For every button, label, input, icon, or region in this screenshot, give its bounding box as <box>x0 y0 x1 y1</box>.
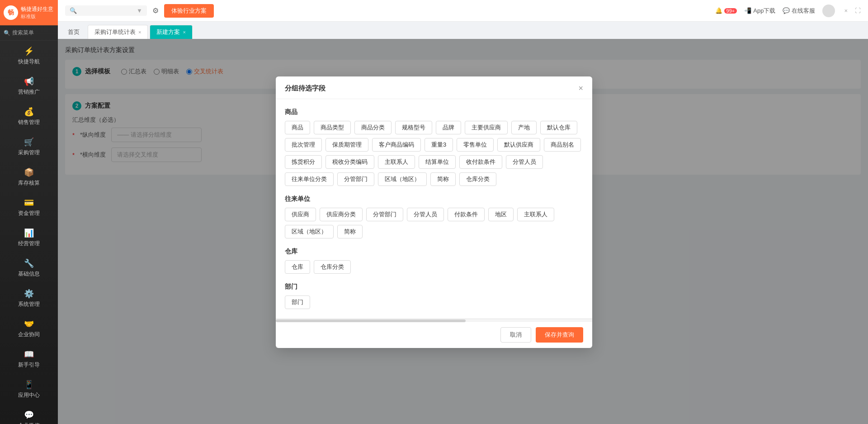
field-tag[interactable]: 供应商分类 <box>320 208 363 221</box>
field-section-department: 部门 部门 <box>285 283 583 309</box>
sidebar-item-guide[interactable]: 📖 新手引导 <box>0 344 58 374</box>
app-download-label: App下载 <box>753 7 775 15</box>
topbar-search-input[interactable] <box>80 7 134 14</box>
tabbar: 首页 采购订单统计表 × 新建方案 × <box>58 22 868 39</box>
field-tag[interactable]: 品牌 <box>436 121 461 134</box>
sidebar-item-label: 采购管理 <box>18 149 40 157</box>
field-tag[interactable]: 地区 <box>488 208 514 221</box>
search-label: 搜索菜单 <box>12 29 34 37</box>
warehouse-fields: 仓库 仓库分类 <box>285 260 583 274</box>
tab-purchase-stat[interactable]: 采购订单统计表 × <box>88 25 148 39</box>
field-tag[interactable]: 商品分类 <box>354 121 392 134</box>
sidebar-item-label: 营销推广 <box>18 88 40 96</box>
sidebar-item-system[interactable]: ⚙️ 系统管理 <box>0 283 58 314</box>
finance-icon: 💳 <box>24 198 34 208</box>
field-tag[interactable]: 供应商 <box>285 208 316 221</box>
field-tag[interactable]: 区域（地区） <box>378 172 427 186</box>
sidebar-item-label: 企业协同 <box>18 331 40 338</box>
field-tag[interactable]: 仓库 <box>285 260 310 274</box>
sidebar-item-label: 应用中心 <box>18 391 40 399</box>
topbar-close-icon[interactable]: × <box>844 7 848 14</box>
field-tag[interactable]: 区域（地区） <box>285 225 334 238</box>
sidebar-item-marketing[interactable]: 📢 营销推广 <box>0 71 58 101</box>
field-tag[interactable]: 商品类型 <box>314 121 351 134</box>
field-tag[interactable]: 仓库分类 <box>314 260 351 274</box>
tab-close-icon[interactable]: × <box>138 29 141 35</box>
field-tag[interactable]: 主要供应商 <box>465 121 508 134</box>
field-tag[interactable]: 产地 <box>511 121 537 134</box>
field-tag[interactable]: 重量3 <box>425 138 453 152</box>
field-tag[interactable]: 简称 <box>430 172 456 186</box>
tab-close-icon[interactable]: × <box>183 29 185 35</box>
field-tag[interactable]: 分管人员 <box>407 208 444 221</box>
field-tag[interactable]: 默认供应商 <box>497 138 540 152</box>
topbar-search-dropdown-icon[interactable]: ▼ <box>137 7 142 14</box>
sidebar-item-quick-nav[interactable]: ⚡ 快捷导航 <box>0 41 58 71</box>
modal-horizontal-scrollbar[interactable] <box>276 319 592 321</box>
tab-home[interactable]: 首页 <box>61 25 86 39</box>
modal-footer: 取消 保存并查询 <box>276 321 592 348</box>
experience-btn[interactable]: 体验行业方案 <box>164 4 214 18</box>
field-tag[interactable]: 税收分类编码 <box>326 155 374 169</box>
sidebar-item-label: 库存核算 <box>18 179 40 187</box>
sidebar-search[interactable]: 🔍 搜索菜单 <box>0 25 58 41</box>
notification-badge: 99+ <box>724 8 737 14</box>
modal-cancel-btn[interactable]: 取消 <box>500 327 531 343</box>
sidebar-item-purchase[interactable]: 🛒 采购管理 <box>0 132 58 162</box>
field-tag[interactable]: 默认仓库 <box>540 121 577 134</box>
partner-section-title: 往来单位 <box>285 195 583 203</box>
tab-label: 新建方案 <box>156 28 180 36</box>
wechat-icon: 💬 <box>24 410 34 420</box>
field-tag[interactable]: 批次管理 <box>285 138 322 152</box>
field-tag[interactable]: 付款条件 <box>448 208 485 221</box>
warehouse-section-title: 仓库 <box>285 248 583 256</box>
user-avatar[interactable] <box>822 5 835 17</box>
field-tag[interactable]: 分管部门 <box>337 172 374 186</box>
modal-title: 分组待选字段 <box>285 84 326 93</box>
modal-body: 商品 商品 商品类型 商品分类 规格型号 品牌 主要供应商 产地 默认仓库 批次… <box>276 99 592 319</box>
field-tag[interactable]: 部门 <box>285 295 310 309</box>
topbar: 🔍 ▼ ⚙ 体验行业方案 🔔 99+ 📲 App下载 💬 在线客服 × ⛶ <box>58 0 868 22</box>
field-tag[interactable]: 简称 <box>337 225 363 238</box>
field-tag[interactable]: 分管人员 <box>506 155 543 169</box>
field-tag[interactable]: 商品别名 <box>544 138 581 152</box>
field-tag[interactable]: 往来单位分类 <box>285 172 334 186</box>
field-tag[interactable]: 商品 <box>285 121 310 134</box>
field-tag[interactable]: 结算单位 <box>419 155 456 169</box>
modal-confirm-btn[interactable]: 保存并查询 <box>536 327 583 343</box>
field-tag[interactable]: 拣货积分 <box>285 155 322 169</box>
logo-text: 畅捷通好生意 标准版 <box>21 6 53 19</box>
field-tag[interactable]: 主联系人 <box>378 155 415 169</box>
field-tag[interactable]: 分管部门 <box>366 208 403 221</box>
topbar-expand-icon[interactable]: ⛶ <box>855 7 861 14</box>
modal-hscroll-thumb <box>276 319 466 322</box>
sidebar-logo: 畅 畅捷通好生意 标准版 <box>0 0 58 25</box>
sidebar-item-operation[interactable]: 📊 经营管理 <box>0 223 58 253</box>
sidebar-item-finance[interactable]: 💳 资金管理 <box>0 192 58 223</box>
topbar-gear-icon[interactable]: ⚙ <box>152 6 159 15</box>
notification-item[interactable]: 🔔 99+ <box>715 7 737 14</box>
sidebar-item-corp[interactable]: 🤝 企业协同 <box>0 314 58 344</box>
field-tag[interactable]: 零售单位 <box>457 138 494 152</box>
sidebar-item-sales[interactable]: 💰 销售管理 <box>0 101 58 132</box>
notification-icon: 🔔 <box>715 7 722 14</box>
field-tag[interactable]: 主联系人 <box>517 208 554 221</box>
modal-header: 分组待选字段 × <box>276 76 592 99</box>
topbar-search-box[interactable]: 🔍 ▼ <box>65 5 147 16</box>
tab-new-plan[interactable]: 新建方案 × <box>150 25 192 39</box>
field-tag[interactable]: 仓库分类 <box>459 172 496 186</box>
sidebar-item-wechat[interactable]: 💬 企业微信 <box>0 405 58 424</box>
field-tag[interactable]: 保质期管理 <box>326 138 368 152</box>
field-tag[interactable]: 规格型号 <box>395 121 432 134</box>
app-download-item[interactable]: 📲 App下载 <box>744 7 775 15</box>
online-service-item[interactable]: 💬 在线客服 <box>783 7 815 15</box>
sidebar-item-app[interactable]: 📱 应用中心 <box>0 374 58 405</box>
sidebar-item-basic[interactable]: 🔧 基础信息 <box>0 253 58 283</box>
system-icon: ⚙️ <box>24 289 34 299</box>
sidebar-item-inventory[interactable]: 📦 库存核算 <box>0 162 58 192</box>
inventory-icon: 📦 <box>24 167 34 177</box>
field-tag[interactable]: 收付款条件 <box>459 155 502 169</box>
modal-close-btn[interactable]: × <box>578 84 583 93</box>
field-tag[interactable]: 客户商品编码 <box>372 138 421 152</box>
online-service-label: 在线客服 <box>792 7 815 15</box>
